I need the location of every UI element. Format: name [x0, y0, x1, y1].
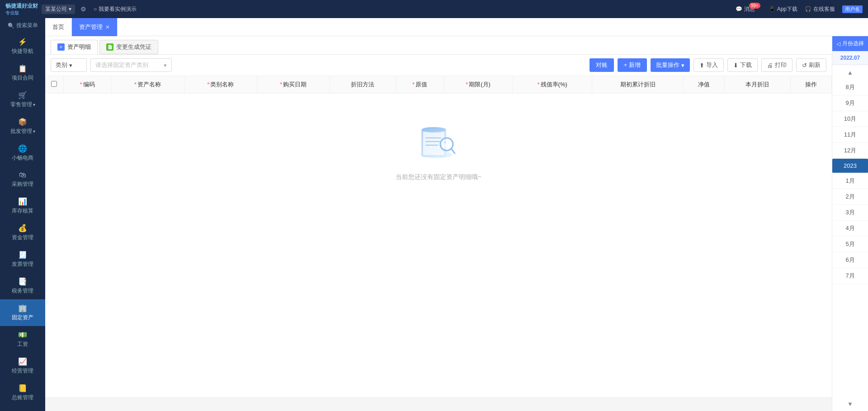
bottom-bar: [45, 397, 832, 411]
settings-icon[interactable]: ⚙: [80, 5, 86, 13]
col-operation: 操作: [790, 76, 831, 94]
asset-table: *编码 *资产名称 *类别名称 *购买日期 折旧方法 *原值 *期限(月) *残…: [45, 76, 832, 208]
month-item-6[interactable]: 6月: [832, 252, 868, 268]
sidebar-item-quick-nav[interactable]: ⚡ 快捷导航: [0, 33, 45, 60]
month-panel: ◁ 月份选择 2022.07 ▲ 8月 9月 10月 11月 12月 2023 …: [832, 36, 868, 411]
sidebar-item-retail[interactable]: 🛒 零售管理 ▾: [0, 86, 45, 113]
sidebar-item-operations[interactable]: 📈 经营管理: [0, 353, 45, 379]
month-item-5[interactable]: 5月: [832, 236, 868, 252]
col-checkbox: [45, 76, 63, 94]
months-list: 8月 9月 10月 11月 12月 2023 1月 2月 3月 4月 5月 6月…: [832, 80, 868, 397]
app-logo: 畅捷通好业财 专业版: [5, 2, 38, 16]
top-bar: 畅捷通好业财 专业版 某某公司 ▾ ⚙ ○ 我要看实例演示 💬 消息 99+ 📱…: [0, 0, 868, 18]
demo-link[interactable]: ○ 我要看实例演示: [94, 5, 137, 13]
page-content: ≡ 资产明细 📄 变更生成凭证 类别 ▾: [45, 36, 868, 411]
content-area: 首页 资产管理 ✕ ≡ 资产明细 📄 变更生成凭证: [45, 18, 868, 411]
select-all-checkbox[interactable]: [51, 81, 57, 87]
print-button[interactable]: 🖨 打印: [761, 58, 793, 72]
refresh-button[interactable]: ↺ 刷新: [796, 58, 826, 72]
month-down-arrow[interactable]: ▼: [846, 399, 855, 408]
tab-asset-management[interactable]: 资产管理 ✕: [72, 18, 118, 36]
col-purchase-date: *购买日期: [257, 76, 330, 94]
toolbar: 类别 ▾ 请选择固定资产类别 ▾ 对账 + 新增: [45, 55, 832, 76]
tab-close-icon[interactable]: ✕: [105, 24, 110, 30]
app-download-button[interactable]: 📱 App下载: [769, 5, 797, 13]
tab-home[interactable]: 首页: [45, 18, 72, 36]
month-item-12[interactable]: 12月: [832, 143, 868, 159]
sidebar-item-ecommerce[interactable]: 🌐 小畅电商: [0, 140, 45, 166]
toolbar-actions: 对账 + 新增 批量操作 ▾ ⬆ 导入: [590, 58, 826, 72]
col-accumulated-depreciation: 期初累计折旧: [592, 76, 683, 94]
sidebar-item-finance[interactable]: 💰 资金管理: [0, 219, 45, 246]
svg-line-9: [451, 149, 455, 153]
col-period: *期限(月): [444, 76, 513, 94]
col-name: *资产名称: [111, 76, 184, 94]
col-original-value: *原值: [396, 76, 444, 94]
sidebar-item-basic-info[interactable]: ℹ 基础信息: [0, 406, 45, 411]
sidebar-item-salary[interactable]: 💵 工资: [0, 326, 45, 353]
month-item-4[interactable]: 4月: [832, 221, 868, 236]
reconcile-button[interactable]: 对账: [590, 58, 614, 72]
empty-icon: [411, 121, 466, 166]
nav-tabs: 首页 资产管理 ✕: [45, 18, 868, 36]
svg-rect-2: [423, 132, 444, 155]
main-panel: ≡ 资产明细 📄 变更生成凭证 类别 ▾: [45, 36, 832, 411]
online-service-button[interactable]: 🎧 在线客服: [805, 5, 835, 13]
batch-button[interactable]: 批量操作 ▾: [651, 58, 690, 72]
download-button[interactable]: ⬇ 下载: [727, 58, 758, 72]
import-button[interactable]: ⬆ 导入: [693, 58, 724, 72]
svg-point-8: [442, 140, 451, 149]
table-container: *编码 *资产名称 *类别名称 *购买日期 折旧方法 *原值 *期限(月) *残…: [45, 76, 832, 397]
sidebar-item-purchase[interactable]: 🛍 采购管理: [0, 166, 45, 193]
sidebar-item-fixed-assets[interactable]: 🏢 固定资产: [0, 299, 45, 326]
sub-tab-change-voucher[interactable]: 📄 变更生成凭证: [99, 40, 158, 54]
col-residual-rate: *残值率(%): [512, 76, 592, 94]
doc-icon: 📄: [106, 43, 113, 51]
sidebar-item-project[interactable]: 📋 项目合同: [0, 60, 45, 86]
month-item-8[interactable]: 8月: [832, 80, 868, 95]
month-item-1[interactable]: 1月: [832, 173, 868, 189]
category-select[interactable]: 请选择固定资产类别 ▾: [90, 58, 172, 72]
top-bar-right: 💬 消息 99+ 📱 App下载 🎧 在线客服 用户名: [736, 5, 863, 13]
sidebar-item-invoice[interactable]: 🧾 发票管理: [0, 246, 45, 273]
col-code: *编码: [63, 76, 111, 94]
user-menu[interactable]: 用户名: [842, 5, 863, 13]
month-item-3[interactable]: 3月: [832, 205, 868, 221]
month-panel-year[interactable]: 2022.07: [832, 51, 868, 65]
month-item-2[interactable]: 2月: [832, 189, 868, 205]
sidebar-item-general-ledger[interactable]: 📒 总账管理: [0, 379, 45, 406]
month-item-10[interactable]: 10月: [832, 111, 868, 127]
col-category: *类别名称: [184, 76, 257, 94]
main-layout: 🔍 搜索菜单 ⚡ 快捷导航 📋 项目合同 🛒 零售管理 ▾ 📦 批发管理 ▾ 🌐…: [0, 18, 868, 411]
year-badge-2023: 2023: [832, 159, 868, 173]
category-label: 类别 ▾: [51, 58, 87, 72]
add-button[interactable]: + 新增: [618, 58, 647, 72]
month-nav-down[interactable]: ▼: [832, 397, 868, 411]
empty-state: 当前您还没有固定资产明细哦~: [45, 94, 832, 208]
month-panel-collapse[interactable]: ◁ 月份选择: [832, 36, 868, 51]
month-item-7[interactable]: 7月: [832, 268, 868, 284]
sub-tab-asset-detail[interactable]: ≡ 资产明细: [51, 40, 98, 54]
col-net-value: 净值: [683, 76, 724, 94]
sidebar: 🔍 搜索菜单 ⚡ 快捷导航 📋 项目合同 🛒 零售管理 ▾ 📦 批发管理 ▾ 🌐…: [0, 18, 45, 411]
svg-point-10: [444, 142, 446, 143]
sidebar-item-inventory[interactable]: 📊 库存核算: [0, 193, 45, 219]
company-selector[interactable]: 某某公司 ▾: [42, 5, 75, 14]
col-monthly-depreciation: 本月折旧: [724, 76, 790, 94]
sidebar-search[interactable]: 🔍 搜索菜单: [0, 18, 45, 33]
month-nav-up[interactable]: ▲: [832, 65, 868, 80]
col-depreciation-method: 折旧方法: [330, 76, 396, 94]
month-up-arrow[interactable]: ▲: [846, 68, 855, 77]
sidebar-item-wholesale[interactable]: 📦 批发管理 ▾: [0, 113, 45, 140]
category-filter: 类别 ▾ 请选择固定资产类别 ▾: [51, 58, 172, 72]
month-item-11[interactable]: 11月: [832, 127, 868, 143]
month-item-9[interactable]: 9月: [832, 95, 868, 111]
sub-tabs: ≡ 资产明细 📄 变更生成凭证: [45, 36, 832, 55]
list-icon: ≡: [57, 43, 65, 51]
message-badge: 99+: [749, 3, 760, 9]
sidebar-item-tax[interactable]: 📑 税务管理: [0, 273, 45, 299]
empty-text: 当前您还没有固定资产明细哦~: [396, 173, 481, 181]
svg-point-3: [421, 127, 446, 132]
message-button[interactable]: 💬 消息 99+: [736, 5, 755, 13]
